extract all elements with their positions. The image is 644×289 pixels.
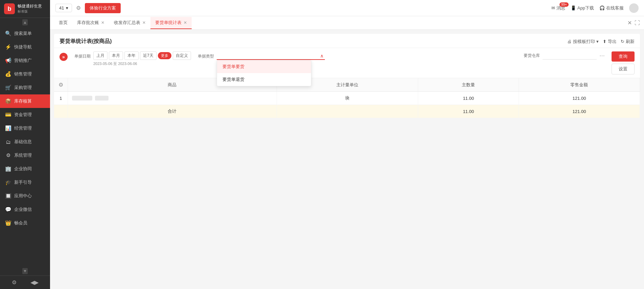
- doc-type-arrow-icon[interactable]: ∧: [320, 53, 324, 59]
- message-button[interactable]: ✉ 消息 99+: [551, 5, 565, 11]
- print-button[interactable]: 🖨 按模板打印 ▾: [567, 39, 599, 45]
- refresh-button[interactable]: ↻ 刷新: [621, 39, 635, 45]
- table-body: 1 块 11.00 121.00: [54, 92, 640, 105]
- tab-batch[interactable]: 库存批次账✕: [72, 17, 109, 29]
- enterprise-icon: 🏢: [5, 165, 11, 172]
- tab-expand-icon[interactable]: ⛶: [635, 20, 640, 26]
- doc-type-section: 单据类型 ∧ 要货单要货要货单退货: [198, 51, 517, 60]
- sidebar-item-marketing[interactable]: 📢 营销推广: [0, 54, 50, 67]
- sidebar-item-purchase[interactable]: 🛒 采购管理: [0, 81, 50, 94]
- app-label: App下载: [577, 5, 594, 11]
- collapse-icon[interactable]: ◀▶: [30, 279, 39, 286]
- system-icon: ⚙: [5, 152, 11, 159]
- filter-settings-button[interactable]: 设置: [612, 64, 635, 74]
- footer-empty2: [277, 105, 418, 118]
- inventory-icon: 📦: [5, 98, 11, 105]
- date-btn-2[interactable]: 本年: [124, 51, 139, 60]
- main-area: 41 ▾ ⚙ 体验行业方案 ✉ 消息 99+ 📱 App下载 🎧 在线客服 首: [50, 0, 644, 289]
- sidebar: b 畅捷通好生意 标准版 ▲ 🔍 搜索菜单 ⚡ 快捷导航 📢 营销推广 💰 销售…: [0, 0, 50, 289]
- tab-label-batch: 库存批次账: [77, 20, 99, 26]
- sidebar-label-apps: 应用中心: [14, 193, 32, 199]
- print-icon: 🖨: [567, 39, 572, 44]
- table-header-row: ⚙ 商品 主计量单位 主数量 零售金额: [54, 78, 640, 92]
- date-btn-4[interactable]: 更多: [158, 52, 171, 59]
- doc-type-input[interactable]: [217, 51, 325, 60]
- online-service-button[interactable]: 🎧 在线客服: [599, 5, 624, 11]
- warehouse-more-icon[interactable]: ⋯: [599, 52, 605, 59]
- sidebar-item-sales[interactable]: 💰 销售管理: [0, 67, 50, 81]
- sidebar-item-search[interactable]: 🔍 搜索菜单: [0, 27, 50, 40]
- member-icon: 👑: [5, 220, 11, 226]
- service-icon: 🎧: [599, 5, 605, 10]
- sidebar-label-enterprise: 企业协同: [14, 166, 32, 172]
- search-icon: 🔍: [5, 30, 11, 37]
- row-product-0: [68, 92, 277, 105]
- sidebar-item-guide[interactable]: 🎓 新手引导: [0, 176, 50, 189]
- settings-icon[interactable]: ⚙: [12, 279, 17, 286]
- topbar-gear-icon[interactable]: ⚙: [76, 5, 81, 11]
- marketing-icon: 📢: [5, 57, 11, 64]
- sidebar-label-purchase: 采购管理: [14, 85, 32, 91]
- sidebar-label-search: 搜索菜单: [14, 30, 32, 37]
- purchase-icon: 🛒: [5, 84, 11, 91]
- tab-order_stats[interactable]: 要货单统计表✕: [150, 17, 192, 29]
- tab-home[interactable]: 首页: [54, 17, 72, 29]
- query-button[interactable]: 查询: [612, 51, 635, 62]
- row-index-0: 1: [54, 92, 68, 105]
- sidebar-item-enterprise[interactable]: 🏢 企业协同: [0, 162, 50, 176]
- warehouse-input[interactable]: [543, 51, 597, 60]
- topbar-left: 41 ▾ ⚙ 体验行业方案: [55, 3, 121, 13]
- date-filter-controls: 上月本月本年近7天更多自定义 2023-05-06 至 2023-06-06: [93, 51, 191, 66]
- sidebar-item-operations[interactable]: 📊 经营管理: [0, 121, 50, 135]
- sidebar-item-finance[interactable]: 💳 资金管理: [0, 108, 50, 121]
- sidebar-scroll-down[interactable]: ▼: [22, 268, 28, 274]
- table-col-settings: ⚙: [54, 78, 68, 92]
- industry-button[interactable]: 体验行业方案: [85, 3, 121, 13]
- page-inner: 要货单统计表(按商品) 🖨 按模板打印 ▾ ⬆ 导出 ↻ 刷新: [54, 34, 640, 118]
- tab-close-collect[interactable]: ✕: [142, 20, 146, 25]
- date-btn-0[interactable]: 上月: [93, 51, 108, 60]
- tab-close-all-icon[interactable]: ✕: [627, 20, 632, 26]
- sidebar-item-basics[interactable]: 🗂 基础信息: [0, 135, 50, 149]
- app-download-button[interactable]: 📱 App下载: [571, 5, 594, 11]
- page-title-bar: 要货单统计表(按商品) 🖨 按模板打印 ▾ ⬆ 导出 ↻ 刷新: [54, 34, 640, 48]
- quick_nav-icon: ⚡: [5, 44, 11, 50]
- tab-label-collect: 收发存汇总表: [114, 20, 140, 26]
- tab-close-order_stats[interactable]: ✕: [184, 20, 187, 25]
- export-button[interactable]: ⬆ 导出: [603, 39, 617, 45]
- sidebar-label-member: 畅会员: [14, 220, 27, 226]
- date-btn-1[interactable]: 本月: [109, 51, 123, 60]
- table-container: ⚙ 商品 主计量单位 主数量 零售金额 1: [54, 78, 640, 118]
- sidebar-bottom: ⚙ ◀▶: [0, 275, 50, 289]
- sidebar-item-system[interactable]: ⚙ 系统管理: [0, 149, 50, 162]
- row-amount-0: 121.00: [519, 92, 640, 105]
- print-arrow-icon: ▾: [596, 39, 599, 44]
- filter-action-buttons: 查询 设置: [612, 51, 635, 74]
- filter-bar: » 单据日期 上月本月本年近7天更多自定义 2023-05-06 至 2023-…: [54, 48, 640, 78]
- user-avatar[interactable]: [629, 3, 639, 13]
- tab-close-batch[interactable]: ✕: [101, 20, 104, 25]
- service-label: 在线客服: [606, 5, 624, 11]
- sidebar-label-inventory: 库存核算: [14, 98, 32, 104]
- date-btn-5[interactable]: 自定义: [173, 51, 191, 60]
- sidebar-scroll-up[interactable]: ▲: [22, 19, 28, 25]
- sidebar-item-quick_nav[interactable]: ⚡ 快捷导航: [0, 40, 50, 54]
- tab-label-home: 首页: [59, 20, 68, 26]
- tab-collect[interactable]: 收发存汇总表✕: [109, 17, 150, 29]
- sidebar-item-apps[interactable]: 🔲 应用中心: [0, 189, 50, 203]
- warehouse-label: 要货仓库: [524, 53, 540, 59]
- app-icon: 📱: [571, 5, 576, 10]
- filter-expand-button[interactable]: »: [59, 53, 68, 61]
- sidebar-item-member[interactable]: 👑 畅会员: [0, 216, 50, 230]
- dropdown-item-order_return[interactable]: 要货单退货: [217, 73, 311, 86]
- topbar-right: ✉ 消息 99+ 📱 App下载 🎧 在线客服: [551, 3, 639, 13]
- store-selector[interactable]: 41 ▾: [55, 4, 72, 12]
- sidebar-item-inventory[interactable]: 📦 库存核算: [0, 94, 50, 108]
- doc-type-dropdown: 要货单要货要货单退货: [217, 60, 311, 86]
- date-btn-3[interactable]: 近7天: [140, 51, 157, 60]
- export-icon: ⬆: [603, 39, 606, 44]
- dropdown-item-order_goods[interactable]: 要货单要货: [217, 60, 311, 73]
- column-settings-icon[interactable]: ⚙: [58, 82, 63, 88]
- page-title: 要货单统计表(按商品): [59, 38, 112, 45]
- sidebar-item-wechat[interactable]: 💬 企业微信: [0, 203, 50, 216]
